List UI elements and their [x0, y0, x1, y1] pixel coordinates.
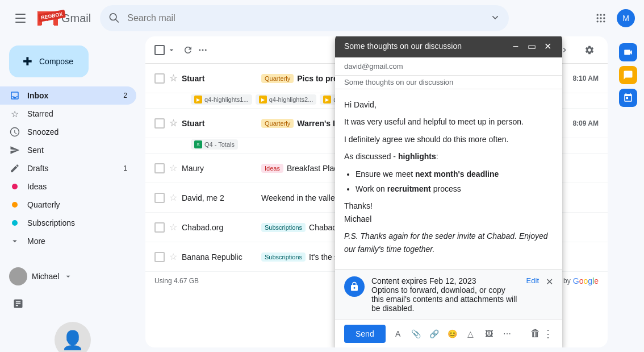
call-section: 👤 Make a call Also try our mobile apps f…	[0, 313, 145, 352]
popup-controls: – ▭ ✕	[510, 40, 553, 52]
email-sender: Chabad.org	[182, 223, 261, 232]
row-checkbox[interactable]	[154, 163, 165, 173]
calendar-icon-button[interactable]	[619, 89, 637, 107]
sidebar-item-label: Ideas	[27, 182, 47, 191]
more-horiz-icon[interactable]	[198, 45, 208, 55]
search-dropdown-icon[interactable]	[490, 12, 501, 25]
chevron-down-icon	[64, 272, 73, 281]
sidebar-item-label: Quarterly	[27, 200, 60, 209]
row-checkbox[interactable]	[154, 252, 165, 262]
format-text-icon[interactable]: A	[390, 326, 406, 342]
star-button[interactable]: ☆	[169, 222, 177, 233]
row-checkbox[interactable]	[154, 193, 165, 203]
sidebar-item-quarterly[interactable]: Quarterly	[0, 196, 136, 214]
row-checkbox[interactable]	[154, 73, 165, 84]
star-button[interactable]: ☆	[169, 73, 177, 84]
banner-close-button[interactable]: ✕	[546, 276, 553, 287]
drafts-icon	[9, 163, 20, 174]
meet-icon-button[interactable]	[619, 43, 637, 61]
body-p2: I definitely agree we should do this mor…	[344, 133, 553, 146]
add-account-button[interactable]	[9, 295, 27, 313]
email-sender: Stuart	[182, 119, 261, 128]
star-button[interactable]: ☆	[169, 118, 177, 129]
slides-icon: ▶	[323, 96, 331, 103]
sidebar-item-label: Inbox	[27, 91, 48, 100]
attachment-tag[interactable]: ▶ q4-highlights2...	[256, 94, 317, 105]
send-button[interactable]: Send	[344, 325, 386, 343]
inbox-badge: 2	[123, 92, 127, 100]
label-subscriptions: Subscriptions	[261, 252, 306, 262]
select-dropdown-icon[interactable]	[167, 45, 176, 55]
banner-description: Options to forward, download, or copy th…	[371, 285, 520, 313]
banner-content: Content expires Feb 12, 2023 Options to …	[371, 276, 520, 313]
star-button[interactable]: ☆	[169, 163, 177, 173]
refresh-icon[interactable]	[183, 45, 193, 55]
attachment-tag[interactable]: ▶ q4-highlights1...	[191, 94, 252, 105]
svg-point-13	[202, 49, 204, 51]
compose-plus-icon: ✚	[23, 55, 32, 68]
sidebar-item-ideas[interactable]: Ideas	[0, 177, 136, 196]
compose-button[interactable]: ✚ Compose	[9, 45, 89, 77]
expand-button[interactable]: ▭	[526, 40, 537, 52]
settings-button[interactable]	[580, 41, 599, 59]
row-checkbox[interactable]	[154, 118, 165, 129]
delete-button[interactable]: 🗑	[530, 328, 541, 340]
insert-photo-icon[interactable]: 🖼	[481, 326, 497, 342]
sheets-icon: S	[194, 140, 202, 148]
sidebar-item-drafts[interactable]: Drafts 1	[0, 159, 136, 177]
svg-point-4	[600, 14, 601, 16]
search-bar	[100, 5, 509, 31]
bullet-1: Ensure we meet next month's deadline	[356, 168, 553, 180]
sidebar-item-label: Sent	[27, 146, 44, 155]
sidebar-item-snoozed[interactable]: Snoozed	[0, 123, 136, 141]
sidebar-item-starred[interactable]: ☆ Starred	[0, 105, 136, 123]
to-address: david@gmail.com	[344, 62, 403, 71]
apps-button[interactable]	[589, 7, 612, 30]
email-sender: Maury	[182, 164, 261, 173]
more-options-icon[interactable]: ⋯	[499, 326, 515, 342]
attach-file-icon[interactable]: 📎	[408, 326, 424, 342]
drive-icon[interactable]: △	[463, 326, 479, 342]
emoji-icon[interactable]: 😊	[445, 326, 461, 342]
storage-usage: Using 4.67 GB	[154, 277, 199, 285]
star-button[interactable]: ☆	[169, 192, 177, 203]
sidebar-item-inbox[interactable]: Inbox 2	[0, 86, 136, 105]
right-panel	[612, 36, 644, 352]
user-section[interactable]: Michael	[9, 267, 136, 285]
popup-header[interactable]: Some thoughts on our discussion – ▭ ✕	[335, 36, 562, 57]
sidebar-item-subscriptions[interactable]: Subscriptions	[0, 214, 136, 232]
star-button[interactable]: ☆	[169, 251, 177, 262]
ideas-label-icon	[9, 181, 20, 192]
email-sender: David, me 2	[182, 193, 261, 202]
bullet-2: Work on recruitment process	[356, 183, 553, 195]
sidebar-item-more[interactable]: More	[0, 232, 136, 250]
menu-button[interactable]	[9, 7, 32, 30]
sidebar-item-label: Subscriptions	[27, 218, 75, 227]
banner-edit-button[interactable]: Edit	[526, 276, 539, 285]
body-highlights-intro: As discussed - highlights:	[344, 150, 553, 163]
banner-date: Content expires Feb 12, 2023	[371, 276, 520, 285]
minimize-button[interactable]: –	[510, 40, 521, 52]
select-all-checkbox[interactable]	[154, 45, 165, 55]
attachment-tag[interactable]: S Q4 - Totals	[191, 139, 238, 150]
more-icon	[9, 235, 20, 247]
chat-icon-button[interactable]	[619, 66, 637, 84]
sidebar-item-sent[interactable]: Sent	[0, 141, 136, 159]
label-quarterly: Quarterly	[261, 74, 294, 83]
row-checkbox[interactable]	[154, 222, 165, 233]
main-layout: ✚ Compose Inbox 2 ☆ Starred	[0, 36, 644, 352]
user-avatar[interactable]: M	[617, 9, 635, 27]
drafts-badge: 1	[123, 164, 127, 172]
svg-point-8	[603, 17, 605, 19]
svg-point-11	[603, 20, 605, 22]
sidebar-item-label: Drafts	[27, 164, 48, 173]
sidebar-bottom-section: Michael	[0, 267, 145, 313]
close-button[interactable]: ✕	[542, 40, 553, 52]
more-compose-button[interactable]: ⋮	[543, 328, 553, 340]
popup-body[interactable]: Hi David, It was very useful and helpful…	[335, 89, 562, 269]
svg-point-6	[597, 17, 599, 19]
body-bullets: Ensure we meet next month's deadline Wor…	[356, 168, 553, 196]
search-input[interactable]	[100, 5, 509, 31]
insert-link-icon[interactable]: 🔗	[426, 326, 442, 342]
gmail-logo: REDBOX Gmail	[36, 10, 91, 27]
